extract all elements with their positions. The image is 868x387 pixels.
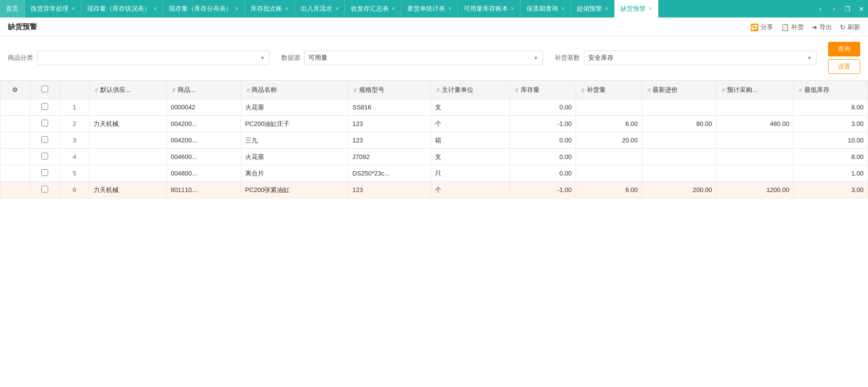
replenish-header-label: 补货量 bbox=[587, 86, 606, 93]
row-checkbox-5[interactable] bbox=[41, 186, 48, 193]
tab-close-batch-account[interactable]: × bbox=[285, 5, 289, 12]
category-arrow-icon: ▼ bbox=[260, 55, 265, 61]
row-min-2: 10.00 bbox=[794, 132, 868, 149]
row-plan-2 bbox=[716, 132, 794, 149]
tab-close-btn[interactable]: ✕ bbox=[854, 0, 868, 18]
row-checkbox-0[interactable] bbox=[41, 103, 48, 110]
sort-name-icon[interactable]: ⇵ bbox=[246, 88, 250, 93]
tab-close-inventory-status[interactable]: × bbox=[153, 5, 157, 12]
row-checkbox-3[interactable] bbox=[41, 153, 48, 159]
row-checkbox-2[interactable] bbox=[41, 136, 48, 143]
tab-inventory-dist[interactable]: 现存量（库存分布表）× bbox=[163, 0, 245, 18]
tab-label-inventory-dist: 现存量（库存分布表） bbox=[169, 4, 232, 13]
table-container: ⚙ ⇵ 默认供应... ⇵ 商品... ⇵ bbox=[0, 80, 868, 198]
tab-batch-account[interactable]: 库存批次账× bbox=[245, 0, 295, 18]
page-title: 缺货预警 bbox=[8, 22, 37, 32]
tab-close-abnormal[interactable]: × bbox=[72, 5, 75, 12]
sort-code-icon[interactable]: ⇵ bbox=[172, 88, 176, 93]
row-min-4: 1.00 bbox=[794, 165, 868, 182]
row-plan-0 bbox=[716, 99, 794, 116]
query-button[interactable]: 查询 bbox=[828, 42, 860, 56]
tab-expiry-query[interactable]: 保质期查询× bbox=[521, 0, 571, 18]
row-min-0: 8.00 bbox=[794, 99, 868, 116]
plan-header-label: 预计采购... bbox=[727, 86, 758, 93]
tab-abnormal[interactable]: 拣货异常处理× bbox=[25, 0, 81, 18]
col-price-header: ⇵ 最新进价 bbox=[642, 81, 716, 99]
tab-home[interactable]: 首页 bbox=[0, 0, 25, 18]
replenish-label: 补货 bbox=[791, 23, 804, 32]
tab-close-inout-flow[interactable]: × bbox=[335, 5, 339, 12]
row-supplier-5: 力天机械 bbox=[90, 182, 167, 198]
replenish-base-select[interactable]: 安全库存 ▼ bbox=[584, 51, 816, 65]
row-name-0: 火花塞 bbox=[241, 99, 348, 116]
datasource-select[interactable]: 可用量 ▼ bbox=[304, 51, 543, 65]
row-replenish-1: 6.00 bbox=[576, 116, 642, 132]
replenish-base-filter: 补货基数 安全库存 ▼ bbox=[555, 51, 816, 65]
sort-spec-icon[interactable]: ⇵ bbox=[353, 88, 357, 93]
share-button[interactable]: 🔁 分享 bbox=[750, 23, 773, 32]
tab-close-demand-stat[interactable]: × bbox=[448, 5, 452, 12]
settings-button[interactable]: 设置 bbox=[828, 59, 860, 74]
row-stock-5: -1.00 bbox=[510, 182, 576, 198]
settings-gear-icon[interactable]: ⚙ bbox=[12, 86, 18, 93]
tab-label-receive-summary: 收发存汇总表 bbox=[351, 4, 389, 13]
col-spec-header: ⇵ 规格型号 bbox=[348, 81, 431, 99]
sort-replenish-icon[interactable]: ⇵ bbox=[581, 88, 585, 93]
category-label: 商品分类 bbox=[8, 53, 33, 62]
replenish-button[interactable]: 📋 补货 bbox=[781, 23, 804, 32]
tab-close-shortage[interactable]: × bbox=[649, 5, 652, 12]
tab-label-inventory-status: 现存量（库存状况表） bbox=[87, 4, 150, 13]
sort-stock-icon[interactable]: ⇵ bbox=[515, 88, 519, 93]
tab-shortage[interactable]: 缺货预警× bbox=[615, 0, 658, 18]
row-settings-2 bbox=[0, 132, 30, 149]
tab-restore-btn[interactable]: ❐ bbox=[841, 0, 854, 18]
tab-close-inventory-dist[interactable]: × bbox=[235, 5, 238, 12]
table-body: 1 0000042 火花塞 SS816 支 0.00 8.00 2 力天机械 0… bbox=[0, 99, 868, 198]
tab-prev-btn[interactable]: ‹ bbox=[814, 0, 827, 18]
tab-inout-flow[interactable]: 出入库流水× bbox=[295, 0, 345, 18]
price-header-label: 最新进价 bbox=[652, 86, 678, 93]
table-row: 1 0000042 火花塞 SS816 支 0.00 8.00 bbox=[0, 99, 868, 116]
tab-close-available-ledger[interactable]: × bbox=[511, 5, 514, 12]
select-all-checkbox[interactable] bbox=[41, 86, 48, 92]
row-unit-1: 个 bbox=[431, 116, 509, 132]
row-supplier-0 bbox=[90, 99, 167, 116]
sort-plan-icon[interactable]: ⇵ bbox=[722, 88, 725, 93]
table-row: 4 004600... 火花塞 J7092 支 0.00 8.00 bbox=[0, 149, 868, 165]
row-settings-3 bbox=[0, 149, 30, 165]
tab-label-inout-flow: 出入库流水 bbox=[301, 4, 332, 13]
tab-overstock[interactable]: 超储预警× bbox=[571, 0, 615, 18]
row-checkbox-cell-1 bbox=[30, 116, 60, 132]
tab-close-receive-summary[interactable]: × bbox=[392, 5, 395, 12]
table-row: 5 004800... 离合片 DS250*23c... 只 0.00 1.00 bbox=[0, 165, 868, 182]
tab-close-expiry-query[interactable]: × bbox=[561, 5, 564, 12]
export-icon: ➜ bbox=[812, 23, 817, 31]
sort-min-icon[interactable]: ⇵ bbox=[798, 88, 802, 93]
sort-supplier-icon[interactable]: ⇵ bbox=[94, 88, 98, 93]
row-checkbox-1[interactable] bbox=[41, 120, 48, 126]
tab-receive-summary[interactable]: 收发存汇总表× bbox=[345, 0, 401, 18]
tab-label-batch-account: 库存批次账 bbox=[251, 4, 282, 13]
row-name-2: 三九 bbox=[241, 132, 348, 149]
refresh-button[interactable]: ↻ 刷新 bbox=[840, 23, 860, 32]
min-header-label: 最低库存 bbox=[804, 86, 830, 93]
tab-next-btn[interactable]: › bbox=[827, 0, 841, 18]
tab-label-home: 首页 bbox=[6, 4, 18, 13]
tab-inventory-status[interactable]: 现存量（库存状况表）× bbox=[81, 0, 163, 18]
row-plan-1: 480.00 bbox=[716, 116, 794, 132]
replenish-base-arrow-icon: ▼ bbox=[807, 55, 812, 61]
row-replenish-0 bbox=[576, 99, 642, 116]
category-select[interactable]: ▼ bbox=[37, 51, 270, 65]
sort-price-icon[interactable]: ⇵ bbox=[647, 88, 651, 93]
row-price-4 bbox=[642, 165, 716, 182]
row-checkbox-4[interactable] bbox=[41, 169, 48, 176]
tab-close-overstock[interactable]: × bbox=[605, 5, 608, 12]
row-replenish-3 bbox=[576, 149, 642, 165]
tab-available-ledger[interactable]: 可用量库存账本× bbox=[458, 0, 521, 18]
name-header-label: 商品名称 bbox=[252, 86, 277, 93]
col-settings[interactable]: ⚙ bbox=[0, 81, 30, 99]
export-button[interactable]: ➜ 导出 bbox=[812, 23, 832, 32]
tab-demand-stat[interactable]: 要货单统计表× bbox=[401, 0, 458, 18]
sort-unit-icon[interactable]: ⇵ bbox=[436, 88, 440, 93]
row-checkbox-cell-0 bbox=[30, 99, 60, 116]
